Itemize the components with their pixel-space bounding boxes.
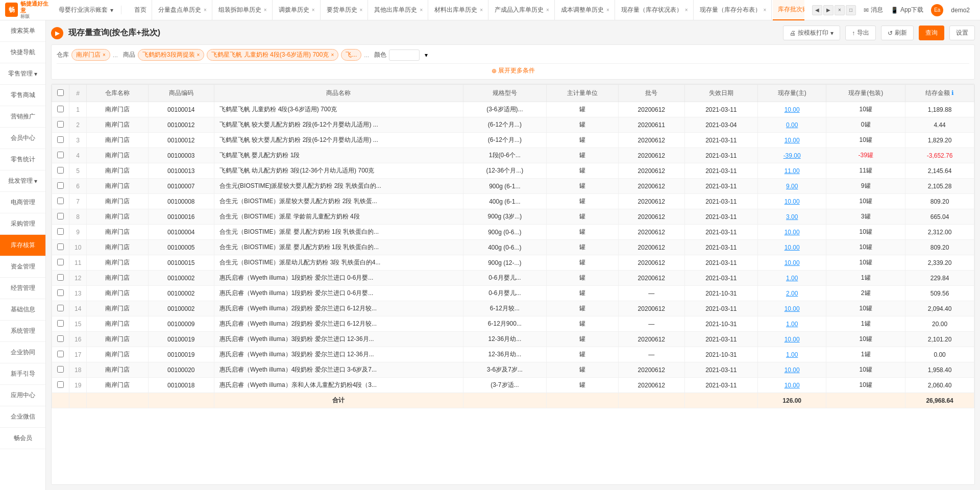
app-download-button[interactable]: 📱 App下载 [891, 6, 923, 14]
sidebar-item-retailstats[interactable]: 零售统计 [0, 149, 45, 170]
expand-more-btn[interactable]: ⊕ 展开更多条件 [492, 66, 535, 75]
product-tag-1-remove[interactable]: × [197, 52, 200, 58]
nav-close-all[interactable]: × [835, 5, 845, 15]
row-checkbox[interactable] [52, 286, 69, 301]
row-checkbox[interactable] [52, 316, 69, 332]
tab-close-8[interactable]: × [606, 7, 609, 13]
row-qty[interactable]: 10.00 [758, 255, 826, 271]
sidebar-item-operations[interactable]: 经营管理 [0, 278, 45, 299]
row-checkbox[interactable] [52, 362, 69, 378]
sidebar-item-wechat[interactable]: 企业微信 [0, 406, 45, 428]
sidebar-item-search[interactable]: 搜索英单 [0, 20, 45, 42]
row-qty[interactable]: 10.00 [758, 332, 826, 347]
row-checkbox[interactable] [52, 179, 69, 194]
tab-close-1[interactable]: × [204, 7, 207, 13]
sidebar-item-vip[interactable]: 畅会员 [0, 428, 45, 449]
color-dropdown-icon[interactable]: ▾ [422, 51, 430, 59]
tab-close-4[interactable]: × [360, 7, 363, 13]
row-checkbox[interactable] [52, 225, 69, 240]
product-more[interactable]: ... [364, 52, 369, 59]
nav-prev[interactable]: ◀ [812, 5, 822, 15]
tab-close-9[interactable]: × [685, 7, 688, 13]
sidebar-item-guide[interactable]: 新手引导 [0, 363, 45, 385]
refresh-button[interactable]: ↺ 刷新 [881, 26, 914, 40]
row-checkbox[interactable] [52, 102, 69, 117]
row-qty[interactable]: -39.00 [758, 148, 826, 163]
row-qty[interactable]: 10.00 [758, 240, 826, 255]
row-qty[interactable]: 10.00 [758, 225, 826, 240]
row-checkbox[interactable] [52, 148, 69, 163]
row-qty[interactable]: 10.00 [758, 301, 826, 316]
tab-2[interactable]: 组装拆卸单历史 × [213, 0, 273, 20]
tab-close-10[interactable]: × [764, 7, 767, 13]
warehouse-more[interactable]: ... [113, 52, 118, 59]
tab-9[interactable]: 现存量（库存状况表） × [616, 0, 694, 20]
row-checkbox[interactable] [52, 378, 69, 393]
tab-6[interactable]: 材料出库单历史 × [429, 0, 488, 20]
select-all-checkbox[interactable] [57, 89, 64, 96]
tab-7[interactable]: 产成品入库单历史 × [489, 0, 555, 20]
tab-close-2[interactable]: × [264, 7, 267, 13]
row-qty[interactable]: 3.00 [758, 209, 826, 225]
product-tag-2-remove[interactable]: × [331, 52, 334, 58]
print-button[interactable]: 🖨 按模板打印 ▾ [783, 26, 840, 40]
row-checkbox[interactable] [52, 194, 69, 209]
row-checkbox[interactable] [52, 332, 69, 347]
sidebar-item-wholesale[interactable]: 批发管理 ▾ [0, 170, 45, 192]
sidebar-item-retail[interactable]: 零售管理 ▾ [0, 63, 45, 85]
tab-5[interactable]: 其他出库单历史 × [369, 0, 428, 20]
industry-selector[interactable]: 母婴行业演示账套 ▾ [59, 6, 121, 14]
row-checkbox[interactable] [52, 133, 69, 148]
export-button[interactable]: ↑ 导出 [845, 26, 876, 40]
tab-close-7[interactable]: × [546, 7, 549, 13]
row-qty[interactable]: 10.00 [758, 378, 826, 393]
tab-4[interactable]: 要货单历史 × [322, 0, 369, 20]
user-name[interactable]: demo2 [951, 7, 970, 14]
row-checkbox[interactable] [52, 301, 69, 316]
row-qty[interactable]: 1.00 [758, 271, 826, 286]
row-qty[interactable]: 0.00 [758, 117, 826, 133]
sidebar-item-baseinfo[interactable]: 基础信息 [0, 299, 45, 321]
sidebar-item-members[interactable]: 会员中心 [0, 128, 45, 149]
sidebar-item-enterprise[interactable]: 企业协同 [0, 342, 45, 363]
row-checkbox[interactable] [52, 117, 69, 133]
row-qty[interactable]: 10.00 [758, 133, 826, 148]
tab-10[interactable]: 现存量（库存分布表） × [695, 0, 772, 20]
query-button[interactable]: 查询 [919, 26, 944, 40]
message-button[interactable]: ✉ 消息 [864, 6, 883, 14]
sidebar-item-quicknav[interactable]: 快捷导航 [0, 42, 45, 63]
row-qty[interactable]: 10.00 [758, 102, 826, 117]
nav-next[interactable]: ▶ [823, 5, 834, 15]
nav-maximize[interactable]: □ [846, 5, 856, 15]
tab-close-5[interactable]: × [420, 7, 423, 13]
row-qty[interactable]: 2.00 [758, 286, 826, 301]
product-tag-2[interactable]: 飞鹤星飞帆 儿童奶粉 4段(3-6岁适用) 700克 × [207, 49, 338, 61]
tab-home[interactable]: 首页 [129, 0, 152, 20]
row-qty[interactable]: 1.00 [758, 316, 826, 332]
product-tag-more[interactable]: 飞... [341, 49, 361, 61]
row-checkbox[interactable] [52, 209, 69, 225]
row-qty[interactable]: 10.00 [758, 194, 826, 209]
col-checkbox[interactable] [52, 85, 69, 102]
row-qty[interactable]: 1.00 [758, 347, 826, 362]
user-avatar[interactable]: Ea [931, 4, 943, 16]
row-checkbox[interactable] [52, 163, 69, 179]
tab-8[interactable]: 成本调整单历史 × [556, 0, 615, 20]
sidebar-item-ecommerce[interactable]: 电商管理 [0, 192, 45, 213]
print-dropdown-icon[interactable]: ▾ [830, 30, 834, 37]
sidebar-item-inventory[interactable]: 库存核算 [0, 235, 45, 256]
row-checkbox[interactable] [52, 271, 69, 286]
sidebar-item-purchase[interactable]: 采购管理 [0, 213, 45, 235]
sidebar-item-retailshop[interactable]: 零售商城 [0, 85, 45, 106]
sidebar-item-marketing[interactable]: 营销推广 [0, 106, 45, 128]
warehouse-tag-1[interactable]: 南岸门店 × [71, 49, 110, 61]
color-input[interactable] [389, 50, 420, 61]
sidebar-item-system[interactable]: 系统管理 [0, 321, 45, 342]
row-qty[interactable]: 11.00 [758, 163, 826, 179]
row-checkbox[interactable] [52, 255, 69, 271]
product-tag-1[interactable]: 飞鹤奶粉3段两提装 × [138, 49, 205, 61]
warehouse-tag-remove[interactable]: × [103, 52, 106, 58]
tab-close-3[interactable]: × [312, 7, 315, 13]
row-qty[interactable]: 9.00 [758, 179, 826, 194]
row-checkbox[interactable] [52, 347, 69, 362]
